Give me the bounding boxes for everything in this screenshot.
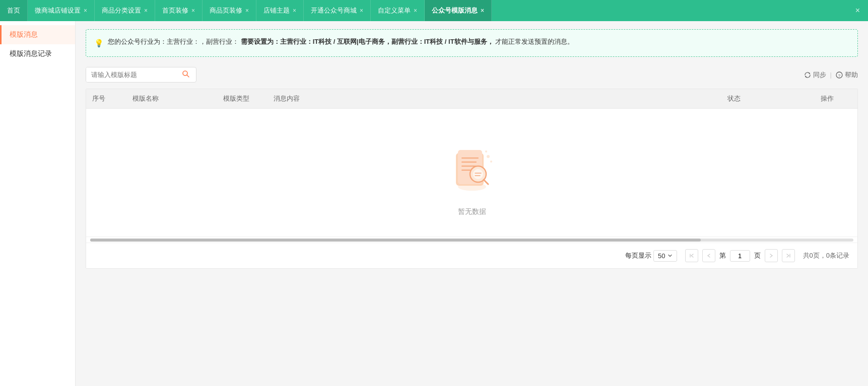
notice-text: 您的公众号行业为：主营行业：，副营行业： 需要设置为：主营行业：IT科技 / 互…: [108, 37, 574, 47]
nav-tab-theme-close[interactable]: ×: [293, 7, 296, 14]
page-size-label: 每页显示: [625, 251, 651, 260]
nav-tab-category-label: 商品分类设置: [102, 6, 141, 15]
th-type: 模版类型: [217, 89, 268, 108]
page-unit: 页: [754, 251, 761, 260]
notice-text-suffix: 才能正常发送预置的消息。: [495, 38, 574, 45]
nav-tab-weishop-label: 微商城店铺设置: [35, 6, 81, 15]
chevron-left-icon: [707, 253, 711, 258]
divider: |: [830, 71, 832, 79]
th-action: 操作: [797, 89, 857, 108]
nav-tab-template-label: 公众号模版消息: [432, 6, 478, 15]
search-input[interactable]: [86, 67, 177, 82]
page-last-button[interactable]: [782, 249, 795, 262]
scrollbar-track[interactable]: [90, 239, 853, 242]
help-label: 帮助: [845, 70, 858, 80]
th-seq: 序号: [86, 89, 126, 108]
sync-label: 同步: [813, 70, 826, 80]
sidebar: 模版消息 模版消息记录: [0, 21, 76, 386]
nav-tab-homepage[interactable]: 首页装修 ×: [155, 0, 203, 21]
svg-point-16: [487, 155, 490, 158]
nav-tab-menu-label: 自定义菜单: [378, 6, 411, 15]
page-size-value: 50: [658, 252, 665, 260]
page-label: 第: [719, 251, 726, 260]
main-layout: 模版消息 模版消息记录 💡 您的公众号行业为：主营行业：，副营行业： 需要设置为…: [0, 21, 868, 386]
scrollbar-thumb[interactable]: [90, 239, 701, 242]
nav-tab-home[interactable]: 首页: [0, 0, 28, 21]
th-name: 模版名称: [126, 89, 217, 108]
empty-illustration: [442, 139, 502, 199]
svg-line-1: [187, 75, 189, 77]
nav-tab-mall[interactable]: 开通公众号商城 ×: [304, 0, 371, 21]
nav-tab-template[interactable]: 公众号模版消息 ×: [425, 0, 492, 21]
nav-tab-product[interactable]: 商品页装修 ×: [203, 0, 256, 21]
empty-text: 暂无数据: [458, 207, 486, 216]
nav-tab-menu-close[interactable]: ×: [414, 7, 417, 14]
nav-tab-menu[interactable]: 自定义菜单 ×: [371, 0, 425, 21]
svg-point-17: [490, 161, 492, 163]
search-input-wrap: [86, 67, 196, 83]
page-first-icon: [689, 253, 694, 258]
svg-point-18: [485, 150, 487, 152]
search-bar: 同步 | ? 帮助: [86, 67, 858, 83]
sidebar-item-template-records-label: 模版消息记录: [10, 49, 52, 57]
top-nav: 首页 微商城店铺设置 × 商品分类设置 × 首页装修 × 商品页装修 × 店铺主…: [0, 0, 868, 21]
notice-icon: 💡: [94, 37, 104, 49]
nav-tab-mall-label: 开通公众号商城: [311, 6, 357, 15]
page-size-select: 每页显示 50: [625, 250, 677, 262]
th-content: 消息内容: [268, 89, 721, 108]
sidebar-item-template-msg-label: 模版消息: [10, 30, 38, 38]
nav-tab-weishop[interactable]: 微商城店铺设置 ×: [28, 0, 95, 21]
nav-tab-theme-label: 店铺主题: [263, 6, 290, 15]
notice-text-highlight: 需要设置为：主营行业：IT科技 / 互联网|电子商务，副营行业：IT科技 / I…: [241, 38, 494, 45]
sync-icon: [804, 71, 811, 79]
page-input[interactable]: [730, 250, 750, 262]
table-header: 序号 模版名称 模版类型 消息内容 状态 操作: [86, 89, 857, 109]
nav-tab-weishop-close[interactable]: ×: [84, 7, 87, 14]
search-actions: 同步 | ? 帮助: [804, 70, 858, 80]
nav-tab-product-close[interactable]: ×: [245, 7, 249, 14]
nav-tab-theme[interactable]: 店铺主题 ×: [256, 0, 304, 21]
chevron-down-icon: [667, 253, 673, 258]
nav-tab-product-label: 商品页装修: [210, 6, 242, 15]
svg-text:?: ?: [838, 73, 841, 78]
nav-tab-category[interactable]: 商品分类设置 ×: [95, 0, 155, 21]
notice-text-prefix: 您的公众号行业为：主营行业：，副营行业：: [108, 38, 239, 45]
empty-state: 暂无数据: [86, 109, 857, 237]
nav-tab-homepage-close[interactable]: ×: [191, 7, 195, 14]
search-button[interactable]: [177, 70, 195, 80]
help-icon: ?: [836, 71, 843, 79]
search-icon: [182, 70, 190, 78]
table-wrap: 序号 模版名称 模版类型 消息内容 状态 操作: [86, 89, 858, 269]
nav-tab-home-label: 首页: [7, 6, 20, 15]
nav-tab-mall-close[interactable]: ×: [360, 7, 363, 14]
help-button[interactable]: ? 帮助: [836, 70, 858, 80]
page-prev-button[interactable]: [702, 249, 715, 262]
scrollbar-wrap[interactable]: [86, 237, 857, 243]
nav-tab-homepage-label: 首页装修: [162, 6, 188, 15]
th-status: 状态: [721, 89, 797, 108]
nav-tab-template-close[interactable]: ×: [481, 7, 484, 14]
svg-line-13: [484, 180, 488, 184]
content-area: 💡 您的公众号行业为：主营行业：，副营行业： 需要设置为：主营行业：IT科技 /…: [76, 21, 868, 386]
chevron-right-icon: [769, 253, 773, 258]
page-first-button[interactable]: [685, 249, 698, 262]
pagination: 每页显示 50: [86, 243, 857, 268]
close-all-button[interactable]: ×: [847, 6, 868, 15]
notice-box: 💡 您的公众号行业为：主营行业：，副营行业： 需要设置为：主营行业：IT科技 /…: [86, 29, 858, 57]
sync-button[interactable]: 同步: [804, 70, 826, 80]
sidebar-item-template-records[interactable]: 模版消息记录: [0, 44, 75, 63]
svg-point-12: [473, 169, 483, 179]
page-next-button[interactable]: [765, 249, 778, 262]
nav-tab-category-close[interactable]: ×: [144, 7, 148, 14]
sidebar-item-template-msg[interactable]: 模版消息: [0, 25, 75, 44]
page-last-icon: [786, 253, 791, 258]
page-total: 共0页，0条记录: [803, 251, 849, 260]
page-size-dropdown[interactable]: 50: [653, 250, 677, 262]
